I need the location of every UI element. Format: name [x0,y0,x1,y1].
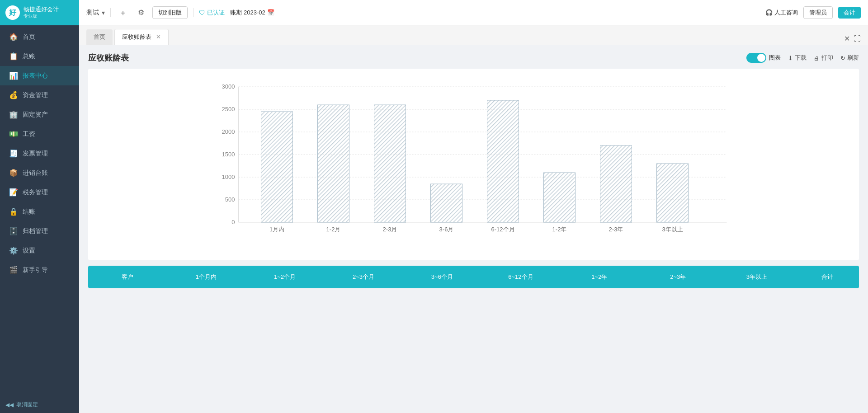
col-2-3y: 2~3年 [639,266,717,288]
svg-text:3000: 3000 [222,83,235,90]
sidebar-label-ledger: 总账 [23,52,35,61]
download-button[interactable]: ⬇ 下载 [788,54,807,62]
calendar-icon[interactable]: 📅 [267,9,274,16]
project-selector[interactable]: 测试 ▾ [86,9,105,17]
refresh-button[interactable]: ↻ 刷新 [840,54,859,62]
svg-text:2-3月: 2-3月 [383,226,397,233]
close-icon: 🔒 [9,207,18,216]
home-icon: 🏠 [9,33,18,41]
svg-text:1月内: 1月内 [269,226,284,233]
period-label: 账期 [230,9,242,17]
tab-actions: ✕ ⛶ [844,34,861,45]
sidebar-label-funds: 资金管理 [23,91,48,99]
settings-icon: ⚙️ [9,246,18,255]
svg-text:0: 0 [231,219,235,225]
add-button[interactable]: ＋ [116,5,130,20]
bar-2-3年 [600,145,632,222]
content-area: 应收账龄表 图表 ⬇ 下载 🖨 打印 ↻ 刷新 [79,45,868,413]
svg-text:6-12个月: 6-12个月 [491,226,514,233]
download-icon: ⬇ [788,55,793,61]
sidebar-label-invoice: 发票管理 [23,150,48,158]
sidebar-item-ledger[interactable]: 📋 总账 [0,47,79,66]
sidebar-item-settings[interactable]: ⚙️ 设置 [0,241,79,260]
chart-toggle-switch[interactable] [746,53,766,63]
svg-text:3年以上: 3年以上 [662,226,683,233]
tax-icon: 📝 [9,188,18,197]
logo-icon: 好 [5,5,20,20]
page-title: 应收账龄表 [88,52,129,63]
invoice-icon: 🧾 [9,149,18,158]
sidebar-item-archive[interactable]: 🗄️ 归档管理 [0,221,79,241]
sidebar-item-guide[interactable]: 🎬 新手引导 [0,260,79,280]
period-value: 2023-02 [244,9,265,16]
close-window-button[interactable]: ✕ [844,34,850,43]
shield-icon: 🛡 [199,9,205,16]
sidebar-item-assets[interactable]: 🏢 固定资产 [0,105,79,124]
sidebar-item-funds[interactable]: 💰 资金管理 [0,85,79,105]
sidebar-item-tax[interactable]: 📝 税务管理 [0,183,79,202]
sidebar-item-invoice[interactable]: 🧾 发票管理 [0,144,79,163]
print-icon: 🖨 [814,55,820,61]
bar-3-6月 [431,184,462,222]
sidebar-label-guide: 新手引导 [23,266,48,274]
col-1-2y: 1~2年 [560,266,639,288]
tab-aging[interactable]: 应收账龄表 ✕ [114,29,169,45]
sidebar-label-assets: 固定资产 [23,111,48,119]
tab-aging-label: 应收账龄表 [122,33,151,40]
col-3-6m: 3~6个月 [403,266,481,288]
unpin-footer[interactable]: ◀◀ 取消固定 [0,396,79,413]
sidebar-label-archive: 归档管理 [23,227,48,235]
refresh-icon: ↻ [840,55,845,61]
sidebar-label-salary: 工资 [23,130,35,138]
purchase-icon: 📦 [9,169,18,177]
consult-button[interactable]: 🎧 人工咨询 [765,9,798,17]
sidebar-label-tax: 税务管理 [23,188,48,197]
consult-label: 人工咨询 [774,9,798,17]
divider-2 [193,8,193,17]
expand-window-button[interactable]: ⛶ [854,35,861,43]
sidebar-item-purchase[interactable]: 📦 进销台账 [0,163,79,183]
bar-6-12月 [487,100,519,222]
close-tab-icon[interactable]: ✕ [156,33,161,40]
table-section: 客户 1个月内 1~2个月 2~3个月 3~6个月 6~12个月 1~2年 2~… [88,266,859,288]
bar-3年以上 [657,164,689,222]
unpin-label: 取消固定 [16,401,38,408]
svg-text:1-2年: 1-2年 [552,226,567,233]
settings-icon[interactable]: ⚙ [135,6,147,19]
sidebar-item-close[interactable]: 🔒 结账 [0,202,79,221]
app-edition: 专业版 [24,13,59,19]
col-3y-plus: 3年以上 [717,266,796,288]
sidebar-nav: 🏠 首页 📋 总账 📊 报表中心 💰 资金管理 🏢 固定资产 💵 工资 🧾 发票… [0,25,79,396]
svg-text:2-3年: 2-3年 [609,226,623,233]
sidebar-label-close: 结账 [23,208,35,216]
tab-home-label: 首页 [94,33,105,40]
app-logo: 好 畅捷通好会计 专业版 [0,0,79,25]
sidebar-item-salary[interactable]: 💵 工资 [0,124,79,144]
project-name: 测试 [86,9,99,17]
tab-home[interactable]: 首页 [86,29,113,45]
col-2-3m: 2~3个月 [324,266,403,288]
print-button[interactable]: 🖨 打印 [814,54,833,62]
page-header: 应收账龄表 图表 ⬇ 下载 🖨 打印 ↻ 刷新 [79,45,868,69]
user-button[interactable]: 管理员 [803,6,833,19]
bar-1-2年 [544,173,576,222]
unpin-icon: ◀◀ [5,402,14,408]
page-actions: 图表 ⬇ 下载 🖨 打印 ↻ 刷新 [746,53,859,63]
svg-text:2000: 2000 [222,128,235,135]
sidebar-label-home: 首页 [23,33,35,41]
sidebar-item-reports[interactable]: 📊 报表中心 [0,66,79,85]
download-label: 下载 [795,54,807,62]
chart-container: 0 500 1000 1500 2000 2500 3000 1月内 [88,69,859,260]
bar-2-3月 [374,105,406,222]
role-button[interactable]: 会计 [838,7,861,19]
app-name: 畅捷通好会计 [24,6,59,14]
ledger-icon: 📋 [9,52,18,61]
svg-text:1-2月: 1-2月 [326,226,341,233]
certified-label: 已认证 [207,9,225,17]
svg-text:3-6月: 3-6月 [439,226,454,233]
sidebar-item-home[interactable]: 🏠 首页 [0,27,79,47]
certified-badge: 🛡 已认证 [199,9,225,17]
table-header: 客户 1个月内 1~2个月 2~3个月 3~6个月 6~12个月 1~2年 2~… [88,266,859,288]
bar-chart: 0 500 1000 1500 2000 2500 3000 1月内 [97,78,850,249]
switch-version-button[interactable]: 切到旧版 [152,6,188,19]
